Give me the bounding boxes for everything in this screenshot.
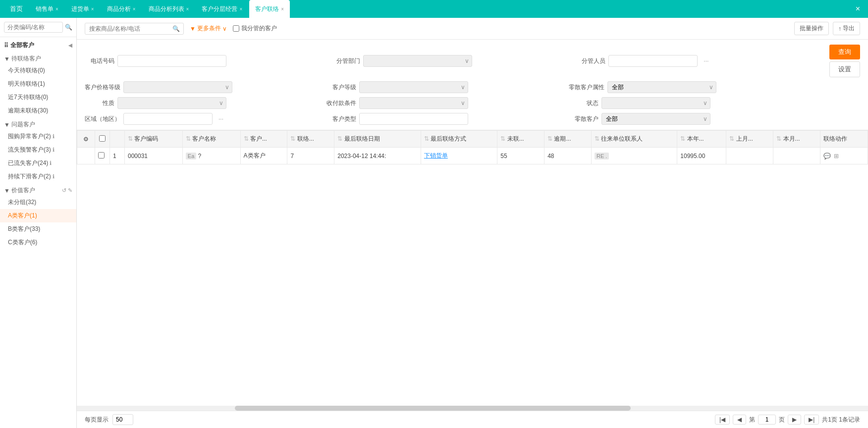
adv-col-price-level: 客户价格等级 ∨ (85, 81, 326, 93)
col-no-contact-header[interactable]: ⇅ 未联... (497, 131, 544, 148)
sort-icon: ⇅ (680, 135, 685, 142)
horizontal-scrollbar[interactable] (77, 406, 868, 411)
page-size-select[interactable]: 50 (112, 414, 133, 425)
grid-icon: ⠿ (4, 42, 8, 49)
query-button[interactable]: 查询 (829, 45, 860, 59)
more-conditions-btn[interactable]: ▼ 更多条件 ∨ (190, 24, 227, 33)
prev-page-button[interactable]: ◀ (733, 415, 746, 425)
scroll-thumb[interactable] (235, 406, 631, 411)
tab-customer-contact[interactable]: 客户联络 × (249, 0, 290, 18)
unit-contact-badge: RE . (595, 153, 609, 160)
tab-product-analysis[interactable]: 商品分析 × (101, 0, 142, 18)
tab-purchase[interactable]: 进货单 × (65, 0, 100, 18)
input-region[interactable] (123, 113, 213, 125)
sidebar-search-area: 🔍 (0, 18, 76, 37)
close-icon[interactable]: × (91, 6, 94, 12)
select-nature[interactable] (117, 97, 226, 109)
dots-icon[interactable]: ··· (701, 56, 711, 65)
sidebar-item-class-a[interactable]: A类客户(1) (0, 209, 76, 222)
filter-search-wrap: 🔍 (85, 23, 184, 35)
cell-no-contact: 55 (497, 148, 544, 164)
sort-icon: ⇅ (500, 135, 505, 142)
input-person[interactable] (608, 55, 698, 67)
col-overdue-header[interactable]: ⇅ 逾期... (544, 131, 592, 148)
sidebar-item-class-b[interactable]: B类客户(33) (0, 222, 76, 236)
chat-icon[interactable]: 💬 (823, 153, 831, 160)
select-payment[interactable] (359, 97, 468, 109)
col-action-header: 联络动作 (820, 131, 868, 148)
col-this-year-header[interactable]: ⇅ 本年... (677, 131, 726, 148)
col-contact-header[interactable]: ⇅ 联络... (287, 131, 334, 148)
adv-filter-row-4: 区域（地区） ··· 客户类型 零散客户 全部 ∨ (85, 113, 860, 125)
row-checkbox[interactable] (98, 152, 105, 159)
filter-search-input[interactable] (85, 23, 184, 35)
select-retail-attr[interactable]: 全部 (607, 81, 716, 93)
settings-button[interactable]: 设置 (829, 61, 860, 77)
col-last-month-header[interactable]: ⇅ 上月... (726, 131, 773, 148)
select-dept[interactable] (363, 55, 472, 67)
sidebar-item-class-c[interactable]: C类客户(6) (0, 236, 76, 249)
select-customer-level[interactable] (359, 81, 468, 93)
label-status: 状态 (569, 99, 598, 107)
refresh-icon[interactable]: ↺ (62, 187, 66, 194)
close-icon[interactable]: × (133, 6, 136, 12)
col-settings[interactable]: ⚙ (77, 131, 95, 148)
home-tab[interactable]: 首页 (4, 1, 29, 16)
select-status[interactable] (601, 97, 710, 109)
col-level-header[interactable]: ⇅ 客户... (240, 131, 287, 148)
label-retail-attr: 零散客户属性 (569, 83, 604, 92)
adv-filter-actions: 查询 设置 (821, 45, 860, 77)
col-unit-contact-header[interactable]: ⇅ 往来单位联系人 (591, 131, 677, 148)
sidebar-search-input[interactable] (4, 22, 63, 33)
my-customers-checkbox[interactable]: 我分管的客户 (233, 24, 277, 33)
content-area: 🔍 ▼ 更多条件 ∨ 我分管的客户 批量操作 ↑ 导出 (77, 18, 868, 428)
col-last-contact-method-header[interactable]: ⇅ 最后联络方式 (421, 131, 497, 148)
close-window-button[interactable]: × (852, 2, 864, 15)
page-number-input[interactable] (758, 415, 776, 425)
sidebar-item-unclassified[interactable]: 未分组(32) (0, 196, 76, 209)
edit-icon[interactable]: ✎ (68, 187, 72, 194)
first-page-button[interactable]: |◀ (715, 415, 730, 425)
cell-checkbox (95, 148, 110, 164)
chevron-down-icon: ∨ (222, 25, 227, 32)
col-customer-code-header[interactable]: ⇅ 客户编码 (125, 131, 183, 148)
next-page-button[interactable]: ▶ (788, 415, 801, 425)
cell-last-month (726, 148, 773, 164)
input-customer-type[interactable] (359, 113, 468, 125)
page-label: 第 (749, 416, 755, 424)
col-this-month-header[interactable]: ⇅ 本月... (773, 131, 820, 148)
sidebar-item-declining[interactable]: 持续下滑客户(2) ℹ (0, 170, 76, 183)
select-retail-customer[interactable]: 全部 (601, 113, 710, 125)
sidebar-item-churn-warning[interactable]: 流失预警客户(3) ℹ (0, 143, 76, 157)
close-icon[interactable]: × (186, 6, 189, 12)
tab-product-list[interactable]: 商品分析列表 × (143, 0, 195, 18)
sidebar-item-tomorrow[interactable]: 明天待联络(1) (0, 77, 76, 91)
tab-sales[interactable]: 销售单 × (30, 0, 64, 18)
export-button[interactable]: ↑ 导出 (833, 22, 860, 35)
col-customer-name-header[interactable]: ⇅ 客户名称 (182, 131, 240, 148)
input-phone[interactable] (117, 55, 226, 67)
batch-op-button[interactable]: 批量操作 (794, 22, 829, 35)
select-all-checkbox[interactable] (99, 135, 106, 142)
sidebar-item-overdue[interactable]: 逾期未联络(30) (0, 104, 76, 117)
main-layout: 🔍 ⠿ 全部客户 ◀ ▼ 待联络客户 今天待联络(0) 明天待联络(1) 近7天… (0, 18, 868, 428)
sidebar-item-churned[interactable]: 已流失客户(24) ℹ (0, 157, 76, 170)
last-page-button[interactable]: ▶| (804, 415, 819, 425)
triangle-icon: ▼ (4, 187, 10, 194)
dots-icon[interactable]: ··· (216, 114, 226, 123)
page-label2: 页 (779, 416, 785, 424)
select-price-level[interactable] (123, 81, 232, 93)
sidebar-item-7days[interactable]: 近7天待联络(0) (0, 91, 76, 104)
close-icon[interactable]: × (281, 6, 284, 12)
sidebar-item-hoarding[interactable]: 囤购异常客户(2) ℹ (0, 130, 76, 143)
tab-customer-tier[interactable]: 客户分层经营 × (196, 0, 248, 18)
qr-icon[interactable]: ⊞ (834, 153, 839, 160)
last-method-link[interactable]: 下销货单 (424, 152, 448, 159)
close-icon[interactable]: × (55, 6, 58, 12)
col-last-contact-date-header[interactable]: ⇅ 最后联络日期 (334, 131, 421, 148)
sidebar-search-icon[interactable]: 🔍 (65, 24, 72, 31)
collapse-icon[interactable]: ◀ (68, 43, 72, 48)
sidebar-item-today[interactable]: 今天待联络(0) (0, 64, 76, 77)
my-customers-check[interactable] (233, 25, 239, 32)
close-icon[interactable]: × (239, 6, 242, 12)
